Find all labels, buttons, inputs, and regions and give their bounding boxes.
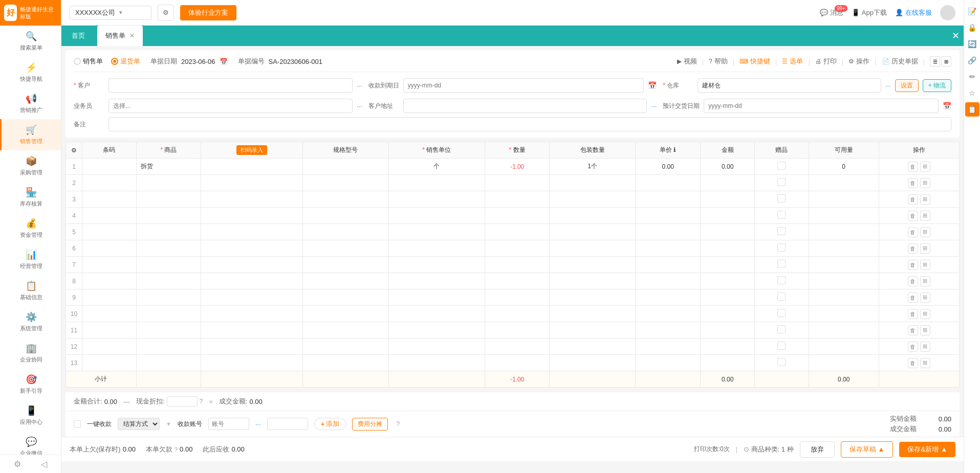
row-gift[interactable] — [755, 224, 809, 240]
expense-help-icon[interactable]: ? — [396, 420, 400, 427]
row-price[interactable]: 0.00 — [635, 159, 700, 175]
sidebar-item-system[interactable]: ⚙️ 系统管理 — [0, 306, 61, 337]
close-all-tabs-icon[interactable]: ✕ — [952, 30, 960, 41]
row-pkg-qty[interactable] — [550, 339, 636, 355]
row-qty[interactable] — [485, 191, 549, 208]
sidebar-item-quick-nav[interactable]: ⚡ 快捷导航 — [0, 57, 61, 88]
row-qty[interactable]: -1.00 — [485, 159, 549, 175]
copy-row-btn[interactable]: ⊞ — [920, 178, 930, 188]
row-barcode[interactable] — [82, 240, 137, 257]
row-price[interactable] — [635, 306, 700, 322]
copy-row-btn[interactable]: ⊞ — [920, 309, 930, 319]
row-spec[interactable] — [302, 339, 388, 355]
row-product[interactable] — [136, 306, 201, 322]
discard-button[interactable]: 放弃 — [800, 441, 835, 458]
row-unit[interactable] — [388, 306, 485, 322]
customer-dots[interactable]: ··· — [357, 82, 362, 89]
row-pkg-qty[interactable] — [550, 273, 636, 289]
warehouse-input[interactable] — [698, 78, 881, 93]
sidebar-item-app-center[interactable]: 📱 应用中心 — [0, 400, 61, 431]
row-price[interactable] — [635, 273, 700, 289]
row-gift[interactable] — [755, 339, 809, 355]
copy-row-btn[interactable]: ⊞ — [920, 227, 930, 237]
row-unit[interactable] — [388, 175, 485, 191]
account-no-input[interactable] — [208, 418, 249, 430]
row-qty[interactable] — [485, 306, 549, 322]
sidebar-item-purchase[interactable]: 📦 采购管理 — [0, 150, 61, 182]
row-qty[interactable] — [485, 208, 549, 224]
app-download-button[interactable]: 📱 App下载 — [852, 8, 887, 17]
row-pkg-qty[interactable]: 1个 — [550, 159, 636, 175]
sidebar-collapse-icon[interactable]: ◁ — [41, 459, 47, 469]
delete-row-btn[interactable]: 🗑 — [908, 227, 918, 237]
row-qty[interactable] — [485, 322, 549, 339]
row-barcode[interactable] — [82, 306, 137, 322]
row-product[interactable] — [136, 191, 201, 208]
row-unit[interactable] — [388, 273, 485, 289]
trial-button[interactable]: 体验行业方案 — [180, 5, 236, 20]
action-operate[interactable]: ⚙ 操作 — [848, 57, 869, 66]
row-spec[interactable] — [302, 355, 388, 371]
action-shortcut[interactable]: ⌨ 快捷键 — [739, 57, 770, 66]
row-price[interactable] — [635, 240, 700, 257]
sidebar-item-sales[interactable]: 🛒 销售管理 — [0, 119, 61, 150]
scan-btn[interactable]: 扫码录入 — [236, 145, 267, 155]
row-barcode[interactable] — [82, 257, 137, 273]
row-spec[interactable] — [302, 224, 388, 240]
due-date-cal-icon[interactable]: 📅 — [648, 81, 657, 89]
row-price[interactable] — [635, 322, 700, 339]
account-dots[interactable]: ··· — [255, 420, 261, 428]
row-gift[interactable] — [755, 355, 809, 371]
row-unit[interactable] — [388, 240, 485, 257]
row-pkg-qty[interactable] — [550, 306, 636, 322]
row-qty[interactable] — [485, 240, 549, 257]
row-gift[interactable] — [755, 273, 809, 289]
save-draft-button[interactable]: 保存草稿 ▲ — [841, 441, 894, 458]
row-unit[interactable] — [388, 257, 485, 273]
sidebar-item-capital[interactable]: 💰 资金管理 — [0, 213, 61, 244]
row-product[interactable] — [136, 208, 201, 224]
sidebar-item-base[interactable]: 📋 基础信息 — [0, 275, 61, 306]
delete-row-btn[interactable]: 🗑 — [908, 358, 918, 368]
row-pkg-qty[interactable] — [550, 289, 636, 306]
row-pkg-qty[interactable] — [550, 208, 636, 224]
row-unit[interactable] — [388, 208, 485, 224]
row-price[interactable] — [635, 224, 700, 240]
row-amount[interactable] — [701, 175, 755, 191]
copy-row-btn[interactable]: ⊞ — [920, 342, 930, 352]
row-gift[interactable] — [755, 240, 809, 257]
delete-row-btn[interactable]: 🗑 — [908, 309, 918, 319]
row-qty[interactable] — [485, 273, 549, 289]
row-barcode[interactable] — [82, 208, 137, 224]
setup-button[interactable]: 设置 — [895, 79, 919, 92]
rp-edit-icon[interactable]: ✏ — [965, 70, 979, 84]
remark-input[interactable] — [108, 117, 951, 131]
row-amount[interactable] — [701, 355, 755, 371]
row-spec[interactable] — [302, 306, 388, 322]
sidebar-item-inventory[interactable]: 🏪 库存核算 — [0, 182, 61, 213]
list-view-icon[interactable]: ☰ — [930, 56, 940, 66]
copy-row-btn[interactable]: ⊞ — [920, 260, 930, 270]
sidebar-item-operation[interactable]: 📊 经营管理 — [0, 244, 61, 275]
customer-addr-input[interactable] — [403, 99, 647, 113]
row-amount[interactable] — [701, 289, 755, 306]
action-print[interactable]: 🖨 打印 — [815, 57, 837, 66]
action-video[interactable]: ▶ 视频 — [677, 57, 697, 66]
row-qty[interactable] — [485, 339, 549, 355]
calc-method-dropdown[interactable]: ▼ — [166, 421, 171, 427]
rp-lock-icon[interactable]: 🔒 — [965, 20, 979, 35]
row-qty[interactable] — [485, 175, 549, 191]
delete-row-btn[interactable]: 🗑 — [908, 178, 918, 188]
row-pkg-qty[interactable] — [550, 322, 636, 339]
row-pkg-qty[interactable] — [550, 191, 636, 208]
row-barcode[interactable] — [82, 224, 137, 240]
row-product[interactable] — [136, 339, 201, 355]
row-qty[interactable] — [485, 257, 549, 273]
row-gift[interactable] — [755, 208, 809, 224]
row-pkg-qty[interactable] — [550, 224, 636, 240]
message-button[interactable]: 💬 消息 99+ — [820, 8, 843, 17]
row-price[interactable] — [635, 339, 700, 355]
arrears-help-icon[interactable]: ? — [175, 446, 178, 453]
row-qty[interactable] — [485, 224, 549, 240]
row-price[interactable] — [635, 208, 700, 224]
